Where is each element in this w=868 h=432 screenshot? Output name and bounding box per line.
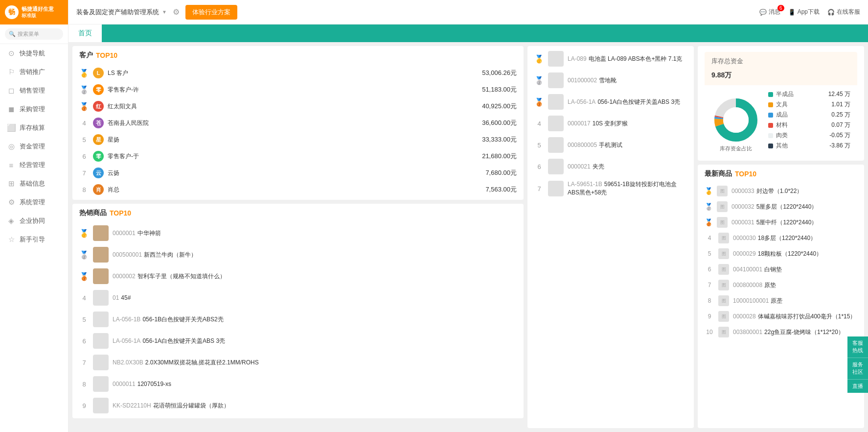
- rank-number: 9: [705, 313, 714, 320]
- list-item: 🥈 图 00000325厘多层（1220*2440）: [698, 199, 864, 215]
- product-name: 0145#: [113, 294, 517, 301]
- message-button[interactable]: 💬 消息 6: [759, 8, 780, 16]
- legend-name: 其他: [776, 142, 826, 150]
- product-icon: 图: [718, 233, 729, 243]
- trial-button[interactable]: 体验行业方案: [185, 5, 237, 20]
- rank-badge: L: [93, 68, 104, 78]
- new-products-top10: TOP10: [735, 170, 756, 178]
- sidebar-item-sales[interactable]: ◻销售管理: [0, 81, 68, 100]
- legend-value: -3.86 万: [829, 142, 850, 150]
- hot-products-header: 热销商品 TOP10: [72, 204, 524, 220]
- app-download-label: App下载: [798, 8, 820, 16]
- sidebar-item-operations[interactable]: ≡经营管理: [0, 156, 68, 174]
- list-item: 🥇 L LS 客户 53,006.26元: [72, 65, 524, 81]
- rank-name: 零售客户-于: [108, 152, 478, 161]
- rank-name: 零售客户-许: [108, 86, 478, 94]
- product-image: [93, 333, 109, 349]
- product-name: 0000001中华神箭: [113, 229, 517, 238]
- rank-number: 5: [79, 136, 89, 144]
- sidebar-item-guide[interactable]: ☆新手引导: [0, 230, 68, 249]
- online-service-label: 在线客服: [837, 8, 860, 16]
- sidebar-item-quick-nav[interactable]: ⊙快捷导航: [0, 44, 68, 63]
- tab-home[interactable]: 首页: [69, 24, 102, 42]
- hot-products-title: 热销商品: [79, 209, 107, 217]
- rank-badge: 红: [93, 101, 104, 112]
- inventory-value: 9.88万: [711, 68, 850, 80]
- customer-ranking-card: 客户 TOP10 🥇 L LS 客户 53,006.26元 🥈 零 零售客户-许…: [72, 46, 524, 200]
- rank-value: 51,183.00元: [482, 85, 517, 94]
- rank-badge: 肖: [93, 184, 104, 195]
- list-item: 6 图 004100001白钢垫: [698, 262, 864, 277]
- customer-top10-label: TOP10: [96, 51, 117, 59]
- list-item: 5 星 星扬 33,333.00元: [72, 131, 524, 148]
- product-name: 000001710S 变刹罗猴: [568, 120, 687, 128]
- nav-icon-quick-nav: ⊙: [7, 49, 16, 58]
- system-selector[interactable]: 装备及固定资产辅助管理系统 ▼: [76, 8, 167, 17]
- sidebar-item-basic[interactable]: ⊞基础信息: [0, 174, 68, 193]
- list-item: 8 肖 肖总 7,563.00元: [72, 181, 524, 198]
- message-badge: 6: [777, 5, 784, 11]
- list-item: 🥈 零 零售客户-许 51,183.00元: [72, 81, 524, 98]
- product-name: 000800005手机测试: [568, 141, 687, 149]
- online-service-button[interactable]: 🎧 在线客服: [827, 8, 860, 16]
- logo-sub: 标准版: [22, 12, 54, 19]
- legend-value: 0.07 万: [831, 121, 850, 129]
- hot-products-right-card: 🥇 LA-089电池盖 LA-089 ABS本色+黑种 7.1克 🥈 00100…: [527, 46, 694, 428]
- main-area: 装备及固定资产辅助管理系统 ▼ ⚙ 体验行业方案 💬 消息 6 📱 App下载 …: [69, 0, 868, 432]
- phone-icon: 📱: [788, 9, 796, 16]
- legend-value: 0.25 万: [831, 111, 850, 119]
- product-info: 0000033封边带（1.0*22）: [731, 187, 802, 195]
- nav-label-cooperation: 企业协同: [20, 216, 45, 225]
- legend-dot: [768, 102, 773, 107]
- list-item: 🥉 0000002智利车子里（规格不知道填什么）: [72, 265, 524, 287]
- app-download-button[interactable]: 📱 App下载: [788, 8, 820, 16]
- nav-icon-marketing: ⚐: [7, 68, 16, 76]
- rank-number: 6: [705, 266, 714, 273]
- legend-dot: [768, 144, 773, 148]
- product-info: 10000100001原垄: [733, 297, 782, 305]
- product-image: [548, 137, 564, 153]
- rank-name: 红太阳文具: [108, 102, 478, 111]
- nav-icon-sales: ◻: [7, 86, 16, 95]
- rank-number: 4: [79, 294, 89, 302]
- float-panel-button[interactable]: 服务 社区: [847, 358, 868, 380]
- sidebar-item-cooperation[interactable]: ◈企业协同: [0, 212, 68, 230]
- hot-products-right-list: 🥇 LA-089电池盖 LA-089 ABS本色+黑种 7.1克 🥈 00100…: [527, 46, 694, 202]
- float-panel-button[interactable]: 直播: [847, 380, 868, 393]
- settings-icon[interactable]: ⚙: [173, 7, 180, 17]
- legend-item: 肉类 -0.05 万: [768, 131, 850, 140]
- rank-medal: 🥉: [79, 272, 89, 281]
- product-image: [548, 181, 564, 196]
- new-products-list: 🥇 图 0000033封边带（1.0*22） 🥈 图 00000325厘多层（1…: [698, 181, 864, 342]
- sidebar-item-system[interactable]: ⚙系统管理: [0, 193, 68, 212]
- product-icon: 图: [718, 311, 729, 322]
- rank-badge: 苍: [93, 118, 104, 128]
- sidebar-item-purchase[interactable]: ◼采购管理: [0, 100, 68, 119]
- sidebar-search-container[interactable]: 🔍 搜索菜单: [0, 24, 68, 44]
- search-input[interactable]: 🔍 搜索菜单: [5, 28, 63, 40]
- float-panel-button[interactable]: 客服 热线: [847, 336, 868, 358]
- product-image: [548, 72, 564, 88]
- headset-icon: 🎧: [827, 9, 835, 16]
- donut-section: 库存资金占比 半成品 12.45 万 文具 1.01 万 成品 0.25 万 材…: [705, 85, 857, 155]
- rank-number: 7: [534, 185, 544, 192]
- list-item: 🥉 红 红太阳文具 40,925.00元: [72, 98, 524, 115]
- list-item: 6 零 零售客户-于 21,680.00元: [72, 148, 524, 165]
- list-item: 7 图 000800008原垫: [698, 277, 864, 293]
- product-name: LA-056-1B056-1B白色按键开关壳ABS2壳: [113, 315, 517, 324]
- product-image: [93, 225, 109, 241]
- nav-icon-purchase: ◼: [7, 105, 16, 114]
- inventory-title: 库存总资金: [711, 57, 850, 66]
- rank-medal: 🥇: [79, 69, 89, 78]
- product-info: 00380000122g鱼豆腐-烧烤味（1*12*20）: [733, 328, 844, 336]
- customer-ranking-header: 客户 TOP10: [72, 46, 524, 63]
- nav-icon-operations: ≡: [7, 161, 16, 169]
- sidebar-item-inventory[interactable]: ⬜库存核算: [0, 119, 68, 137]
- sidebar-item-finance[interactable]: ◎资金管理: [0, 137, 68, 156]
- rank-badge: 云: [93, 168, 104, 178]
- inventory-legend: 半成品 12.45 万 文具 1.01 万 成品 0.25 万 材料 0.07 …: [768, 90, 850, 150]
- list-item: 5 图 000002918颗粒板（1220*2440）: [698, 246, 864, 262]
- sidebar-item-marketing[interactable]: ⚐营销推广: [0, 63, 68, 81]
- nav-label-purchase: 采购管理: [20, 105, 45, 114]
- product-image: [93, 290, 109, 306]
